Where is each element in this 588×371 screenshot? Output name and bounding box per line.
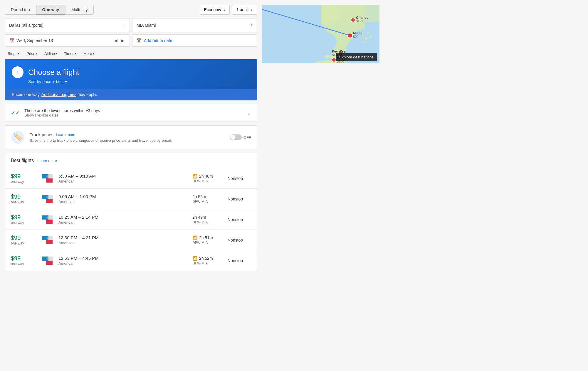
svg-text:Key West: Key West bbox=[332, 50, 347, 53]
best-flights-header: Best flights Learn more bbox=[5, 153, 257, 168]
round-trip-button[interactable]: Round trip bbox=[5, 5, 36, 15]
filter-bar: Stops Price Airline Times More bbox=[5, 50, 257, 57]
flight-route: DFW-MIA bbox=[192, 200, 228, 204]
flexible-dates-section: ✔✔ These are the lowest fares within ±3 … bbox=[5, 104, 257, 122]
flight-stops: Nonstop bbox=[228, 238, 251, 242]
best-flights-section: Best flights Learn more $99 one way 5:30… bbox=[5, 153, 257, 271]
svg-text:Miami: Miami bbox=[353, 31, 362, 35]
flight-airline: American bbox=[58, 220, 192, 225]
filter-stops[interactable]: Stops bbox=[5, 50, 22, 57]
best-flights-learn-more-link[interactable]: Learn more bbox=[37, 158, 57, 163]
class-selector[interactable]: Economy bbox=[200, 5, 230, 15]
wifi-icon: 📶 bbox=[192, 174, 197, 178]
explore-destinations-button[interactable]: Explore destinations bbox=[336, 53, 377, 61]
track-prices-toggle[interactable] bbox=[230, 134, 242, 140]
flight-stops: Nonstop bbox=[228, 197, 251, 201]
destination-input[interactable]: MIA Miami + bbox=[132, 18, 257, 32]
flight-duration: 2h 55m bbox=[192, 194, 228, 199]
date-next-button[interactable]: ▶ bbox=[120, 38, 125, 43]
flight-row[interactable]: $99 one way 10:25 AM – 2:14 PM American … bbox=[5, 209, 257, 230]
flight-airline: American bbox=[58, 241, 192, 245]
filter-price[interactable]: Price bbox=[23, 50, 40, 57]
airline-logo bbox=[42, 257, 54, 265]
svg-point-4 bbox=[365, 37, 367, 40]
track-prices-icon: 🏷️ bbox=[11, 130, 25, 144]
flight-list: $99 one way 5:30 AM – 9:18 AM American 📶… bbox=[5, 168, 257, 271]
filter-times[interactable]: Times bbox=[61, 50, 79, 57]
flexible-dates-sub[interactable]: Show Flexible dates bbox=[24, 113, 242, 117]
return-calendar-icon: 📅 bbox=[137, 38, 142, 43]
filter-more[interactable]: More bbox=[80, 50, 97, 57]
flight-row[interactable]: $99 one way 12:53 PM – 4:45 PM American … bbox=[5, 250, 257, 271]
svg-text:Orlando: Orlando bbox=[356, 16, 368, 19]
flight-price: $99 bbox=[11, 255, 37, 262]
flight-duration: 📶 2h 51m bbox=[192, 235, 228, 240]
svg-point-5 bbox=[362, 41, 364, 43]
flight-price-label: one way bbox=[11, 200, 37, 204]
airline-logo bbox=[42, 236, 54, 244]
flight-airline: American bbox=[58, 179, 192, 183]
flight-price: $99 bbox=[11, 235, 37, 241]
flight-route: DFW-MIA bbox=[192, 220, 228, 224]
airline-logo bbox=[42, 215, 54, 224]
origin-add-icon[interactable]: + bbox=[122, 22, 125, 28]
airline-logo bbox=[42, 174, 54, 183]
svg-point-6 bbox=[367, 32, 369, 33]
calendar-icon: 📅 bbox=[9, 38, 14, 43]
filter-airline[interactable]: Airline bbox=[41, 50, 60, 57]
flight-route: DFW-MIA bbox=[192, 241, 228, 245]
track-prices-section: 🏷️ Track prices Learn more Save this tri… bbox=[5, 125, 257, 149]
flight-duration: 📶 2h 52m bbox=[192, 256, 228, 261]
flight-times: 10:25 AM – 2:14 PM bbox=[58, 215, 192, 220]
flight-airline: American bbox=[58, 261, 192, 266]
date-prev-button[interactable]: ◀ bbox=[113, 38, 119, 43]
track-prices-learn-more-link[interactable]: Learn more bbox=[56, 132, 75, 137]
flight-stops: Nonstop bbox=[228, 176, 251, 181]
flight-price-label: one way bbox=[11, 262, 37, 266]
flight-stops: Nonstop bbox=[228, 217, 251, 222]
return-date-input[interactable]: 📅 Add return date bbox=[132, 34, 257, 47]
flight-price: $99 bbox=[11, 214, 37, 221]
flight-price-label: one way bbox=[11, 180, 37, 184]
flight-route: DFW-MIA bbox=[192, 261, 228, 265]
choose-flight-header: ↓ Choose a flight Sort by price + best bbox=[5, 59, 257, 89]
svg-point-12 bbox=[348, 33, 352, 38]
track-prices-toggle-label: OFF bbox=[243, 135, 251, 140]
flight-price-label: one way bbox=[11, 221, 37, 225]
bag-fees-link[interactable]: Additional bag fees bbox=[41, 92, 76, 97]
passengers-selector[interactable]: 1 adult bbox=[232, 5, 257, 15]
svg-point-18 bbox=[332, 58, 336, 62]
flight-times: 9:05 AM – 1:00 PM bbox=[58, 194, 192, 199]
destination-add-icon[interactable]: + bbox=[250, 22, 253, 28]
track-prices-toggle-container: OFF bbox=[230, 134, 251, 140]
svg-text:🏷️: 🏷️ bbox=[14, 132, 22, 141]
flight-row[interactable]: $99 one way 9:05 AM – 1:00 PM American 2… bbox=[5, 189, 257, 209]
wifi-icon: 📶 bbox=[192, 256, 197, 261]
flight-stops: Nonstop bbox=[228, 258, 251, 263]
add-return-link[interactable]: Add return date bbox=[144, 38, 172, 43]
flexible-dates-main: These are the lowest fares within ±3 day… bbox=[24, 108, 242, 113]
flight-route: DFW-MIA bbox=[192, 179, 228, 183]
svg-text:$199: $199 bbox=[356, 19, 363, 23]
flight-airline: American bbox=[58, 200, 192, 204]
prices-note: Prices one way. Additional bag fees may … bbox=[5, 89, 257, 100]
multi-city-button[interactable]: Multi-city bbox=[65, 5, 94, 15]
flight-times: 12:30 PM – 4:21 PM bbox=[58, 235, 192, 240]
flight-times: 12:53 PM – 4:45 PM bbox=[58, 256, 192, 261]
sort-by-button[interactable]: Sort by price + best bbox=[28, 79, 250, 84]
track-prices-subtitle: Save this trip to track price changes an… bbox=[30, 138, 225, 143]
flight-row[interactable]: $99 one way 12:30 PM – 4:21 PM American … bbox=[5, 230, 257, 250]
origin-input[interactable]: Dallas (all airports) + bbox=[5, 18, 130, 32]
flight-row[interactable]: $99 one way 5:30 AM – 9:18 AM American 📶… bbox=[5, 168, 257, 189]
flight-price-label: one way bbox=[11, 241, 37, 245]
flight-duration: 📶 2h 48m bbox=[192, 174, 228, 178]
flexible-dates-expand-icon[interactable]: ⌄ bbox=[247, 110, 251, 116]
svg-point-7 bbox=[369, 36, 372, 38]
flight-price: $99 bbox=[11, 193, 37, 200]
flight-times: 5:30 AM – 9:18 AM bbox=[58, 173, 192, 178]
flight-price: $99 bbox=[11, 173, 37, 180]
svg-point-9 bbox=[351, 18, 355, 22]
departure-date-input[interactable]: 📅 Wed, September 13 ◀ ▶ bbox=[5, 34, 130, 47]
one-way-button[interactable]: One way bbox=[36, 5, 65, 15]
wifi-icon: 📶 bbox=[192, 235, 197, 240]
